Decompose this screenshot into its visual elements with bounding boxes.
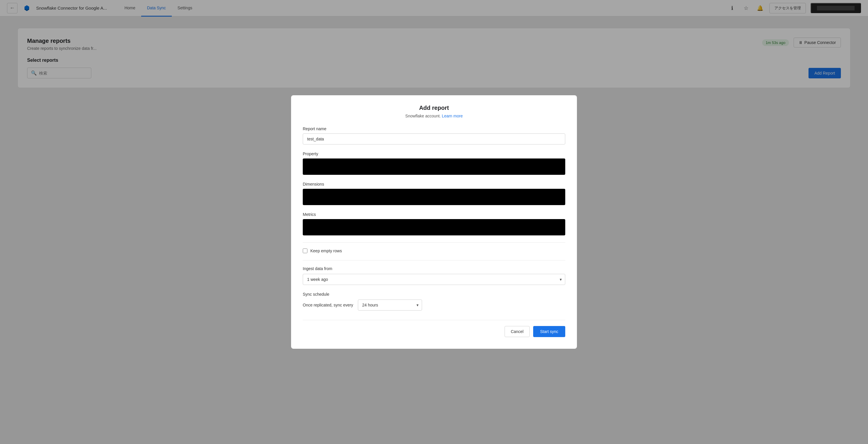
divider-1 [303, 242, 565, 243]
ingest-data-label: Ingest data from [303, 266, 565, 271]
modal-subtitle: Snowflake account. Learn more [303, 114, 565, 118]
cancel-button[interactable]: Cancel [504, 326, 530, 337]
report-name-label: Report name [303, 127, 565, 131]
metrics-group: Metrics [303, 212, 565, 235]
modal-title: Add report [303, 105, 565, 111]
property-group: Property [303, 151, 565, 175]
dimensions-group: Dimensions [303, 182, 565, 205]
start-sync-button[interactable]: Start sync [533, 326, 565, 337]
report-name-input[interactable] [303, 133, 565, 144]
sync-schedule-group: Sync schedule Once replicated, sync ever… [303, 292, 565, 311]
sync-hours-select[interactable]: 1 hour 6 hours 12 hours 24 hours 48 hour… [358, 300, 422, 311]
modal-overlay: Add report Snowflake account. Learn more… [0, 0, 868, 444]
add-report-modal: Add report Snowflake account. Learn more… [291, 95, 577, 349]
ingest-data-select[interactable]: 1 week ago 2 weeks ago 1 month ago [303, 274, 565, 285]
report-name-group: Report name [303, 127, 565, 144]
modal-footer: Cancel Start sync [303, 320, 565, 337]
property-label: Property [303, 151, 565, 156]
keep-empty-rows-group: Keep empty rows [303, 248, 565, 253]
dimensions-selector[interactable] [303, 189, 565, 205]
keep-empty-rows-row: Keep empty rows [303, 248, 565, 253]
sync-schedule-prefix: Once replicated, sync every [303, 303, 353, 307]
metrics-selector[interactable] [303, 219, 565, 235]
metrics-label: Metrics [303, 212, 565, 217]
sync-schedule-label: Sync schedule [303, 292, 565, 297]
dimensions-label: Dimensions [303, 182, 565, 186]
property-selector[interactable] [303, 159, 565, 175]
ingest-data-group: Ingest data from 1 week ago 2 weeks ago … [303, 266, 565, 285]
keep-empty-rows-label: Keep empty rows [310, 248, 342, 253]
ingest-select-wrapper: 1 week ago 2 weeks ago 1 month ago ▾ [303, 274, 565, 285]
keep-empty-rows-checkbox[interactable] [303, 248, 307, 253]
sync-schedule-row: Once replicated, sync every 1 hour 6 hou… [303, 300, 565, 311]
divider-2 [303, 260, 565, 261]
learn-more-link[interactable]: Learn more [442, 114, 463, 118]
sync-hours-select-wrapper: 1 hour 6 hours 12 hours 24 hours 48 hour… [358, 300, 422, 311]
